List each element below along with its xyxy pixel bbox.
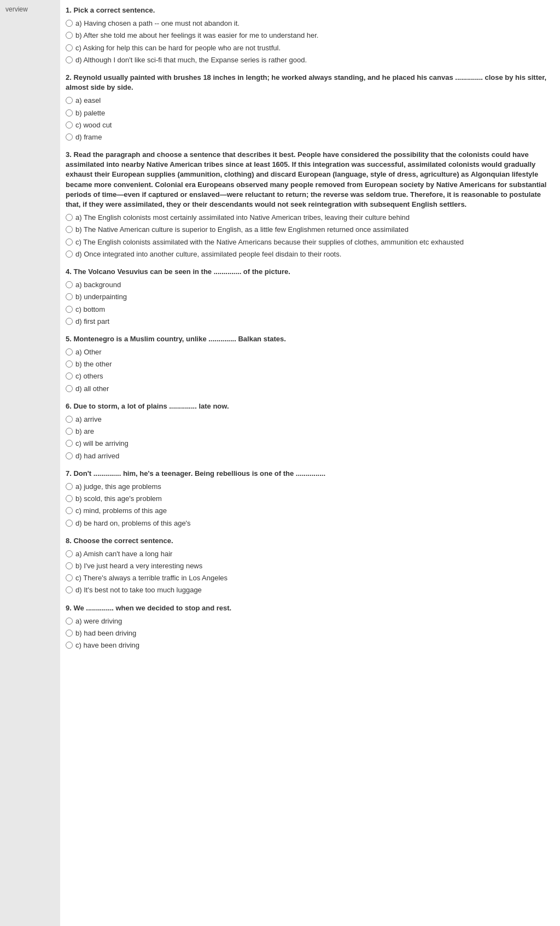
option-item-1-2[interactable]: b) After she told me about her feelings … bbox=[66, 31, 549, 40]
radio-q4a[interactable] bbox=[66, 281, 73, 288]
option-label-q4a[interactable]: a) background bbox=[75, 280, 121, 290]
option-label-q1b[interactable]: b) After she told me about her feelings … bbox=[75, 31, 318, 40]
option-label-q6b[interactable]: b) are bbox=[75, 427, 94, 436]
option-label-q7a[interactable]: a) judge, this age problems bbox=[75, 482, 161, 492]
radio-q3a[interactable] bbox=[66, 214, 73, 221]
option-item-7-3[interactable]: c) mind, problems of this age bbox=[66, 506, 549, 516]
option-label-q5a[interactable]: a) Other bbox=[75, 347, 102, 357]
option-label-q3d[interactable]: d) Once integrated into another culture,… bbox=[75, 249, 341, 259]
option-label-q2b[interactable]: b) palette bbox=[75, 108, 105, 118]
radio-q4d[interactable] bbox=[66, 318, 73, 325]
option-label-q1d[interactable]: d) Although I don't like sci-fi that muc… bbox=[75, 55, 307, 65]
option-label-q3b[interactable]: b) The Native American culture is superi… bbox=[75, 225, 409, 235]
option-label-q4b[interactable]: b) underpainting bbox=[75, 292, 127, 302]
option-item-7-4[interactable]: d) be hard on, problems of this age's bbox=[66, 519, 549, 528]
radio-q1d[interactable] bbox=[66, 56, 73, 63]
option-label-q2a[interactable]: a) easel bbox=[75, 96, 101, 106]
option-item-6-3[interactable]: c) will be arriving bbox=[66, 439, 549, 449]
option-item-4-2[interactable]: b) underpainting bbox=[66, 292, 549, 302]
option-label-q9c[interactable]: c) have been driving bbox=[75, 640, 139, 650]
radio-q1a[interactable] bbox=[66, 20, 73, 27]
option-item-7-2[interactable]: b) scold, this age's problem bbox=[66, 494, 549, 504]
radio-q5c[interactable] bbox=[66, 372, 73, 380]
radio-q9b[interactable] bbox=[66, 630, 73, 637]
radio-q6b[interactable] bbox=[66, 428, 73, 435]
radio-q4b[interactable] bbox=[66, 293, 73, 300]
option-label-q6a[interactable]: a) arrive bbox=[75, 415, 102, 424]
radio-q1c[interactable] bbox=[66, 44, 73, 51]
radio-q5d[interactable] bbox=[66, 385, 73, 392]
radio-q6d[interactable] bbox=[66, 452, 73, 459]
option-label-q6d[interactable]: d) had arrived bbox=[75, 451, 119, 461]
radio-q5b[interactable] bbox=[66, 360, 73, 368]
option-item-9-1[interactable]: a) were driving bbox=[66, 616, 549, 626]
option-item-5-1[interactable]: a) Other bbox=[66, 347, 549, 357]
option-item-6-2[interactable]: b) are bbox=[66, 427, 549, 436]
radio-q7c[interactable] bbox=[66, 507, 73, 514]
option-label-q5c[interactable]: c) others bbox=[75, 371, 103, 381]
option-item-8-2[interactable]: b) I've just heard a very interesting ne… bbox=[66, 561, 549, 571]
option-label-q7d[interactable]: d) be hard on, problems of this age's bbox=[75, 519, 191, 528]
option-item-7-1[interactable]: a) judge, this age problems bbox=[66, 482, 549, 492]
option-item-2-3[interactable]: c) wood cut bbox=[66, 120, 549, 130]
radio-q8b[interactable] bbox=[66, 562, 73, 569]
option-label-q7b[interactable]: b) scold, this age's problem bbox=[75, 494, 162, 504]
radio-q8d[interactable] bbox=[66, 586, 73, 593]
option-label-q4c[interactable]: c) bottom bbox=[75, 305, 105, 315]
option-item-1-3[interactable]: c) Asking for help this can be hard for … bbox=[66, 43, 549, 53]
option-item-6-4[interactable]: d) had arrived bbox=[66, 451, 549, 461]
option-label-q3a[interactable]: a) The English colonists most certainly … bbox=[75, 213, 410, 223]
option-item-2-4[interactable]: d) frame bbox=[66, 132, 549, 142]
option-item-9-3[interactable]: c) have been driving bbox=[66, 640, 549, 650]
option-item-4-1[interactable]: a) background bbox=[66, 280, 549, 290]
radio-q1b[interactable] bbox=[66, 32, 73, 39]
option-item-2-2[interactable]: b) palette bbox=[66, 108, 549, 118]
option-item-1-4[interactable]: d) Although I don't like sci-fi that muc… bbox=[66, 55, 549, 65]
option-item-3-1[interactable]: a) The English colonists most certainly … bbox=[66, 213, 549, 223]
option-item-8-4[interactable]: d) It's best not to take too much luggag… bbox=[66, 585, 549, 595]
radio-q8a[interactable] bbox=[66, 550, 73, 557]
radio-q5a[interactable] bbox=[66, 348, 73, 356]
option-label-q8d[interactable]: d) It's best not to take too much luggag… bbox=[75, 585, 202, 595]
option-item-3-2[interactable]: b) The Native American culture is superi… bbox=[66, 225, 549, 235]
radio-q3c[interactable] bbox=[66, 238, 73, 246]
option-label-q9b[interactable]: b) had been driving bbox=[75, 628, 136, 638]
option-label-q4d[interactable]: d) first part bbox=[75, 317, 109, 327]
option-item-5-4[interactable]: d) all other bbox=[66, 384, 549, 394]
radio-q3b[interactable] bbox=[66, 226, 73, 233]
option-item-2-1[interactable]: a) easel bbox=[66, 96, 549, 106]
option-item-5-2[interactable]: b) the other bbox=[66, 359, 549, 369]
option-label-q8a[interactable]: a) Amish can't have a long hair bbox=[75, 549, 172, 559]
option-label-q2c[interactable]: c) wood cut bbox=[75, 120, 112, 130]
radio-q6c[interactable] bbox=[66, 440, 73, 447]
option-label-q3c[interactable]: c) The English colonists assimilated wit… bbox=[75, 237, 464, 247]
radio-q2c[interactable] bbox=[66, 121, 73, 129]
option-label-q8b[interactable]: b) I've just heard a very interesting ne… bbox=[75, 561, 202, 571]
radio-q9a[interactable] bbox=[66, 618, 73, 625]
radio-q7d[interactable] bbox=[66, 520, 73, 527]
option-item-3-4[interactable]: d) Once integrated into another culture,… bbox=[66, 249, 549, 259]
option-label-q7c[interactable]: c) mind, problems of this age bbox=[75, 506, 167, 516]
option-item-5-3[interactable]: c) others bbox=[66, 371, 549, 381]
option-label-q5d[interactable]: d) all other bbox=[75, 384, 109, 394]
option-item-4-3[interactable]: c) bottom bbox=[66, 305, 549, 315]
radio-q8c[interactable] bbox=[66, 574, 73, 581]
option-label-q1c[interactable]: c) Asking for help this can be hard for … bbox=[75, 43, 281, 53]
option-label-q1a[interactable]: a) Having chosen a path -- one must not … bbox=[75, 19, 240, 28]
option-label-q5b[interactable]: b) the other bbox=[75, 359, 112, 369]
option-label-q8c[interactable]: c) There's always a terrible traffic in … bbox=[75, 573, 228, 583]
option-item-8-1[interactable]: a) Amish can't have a long hair bbox=[66, 549, 549, 559]
radio-q4c[interactable] bbox=[66, 306, 73, 313]
radio-q3d[interactable] bbox=[66, 251, 73, 258]
option-item-3-3[interactable]: c) The English colonists assimilated wit… bbox=[66, 237, 549, 247]
option-item-6-1[interactable]: a) arrive bbox=[66, 415, 549, 424]
option-label-q9a[interactable]: a) were driving bbox=[75, 616, 122, 626]
option-label-q6c[interactable]: c) will be arriving bbox=[75, 439, 129, 449]
radio-q2d[interactable] bbox=[66, 133, 73, 141]
radio-q9c[interactable] bbox=[66, 642, 73, 649]
radio-q6a[interactable] bbox=[66, 416, 73, 423]
radio-q7b[interactable] bbox=[66, 495, 73, 502]
radio-q2a[interactable] bbox=[66, 97, 73, 104]
option-item-9-2[interactable]: b) had been driving bbox=[66, 628, 549, 638]
option-item-4-4[interactable]: d) first part bbox=[66, 317, 549, 327]
